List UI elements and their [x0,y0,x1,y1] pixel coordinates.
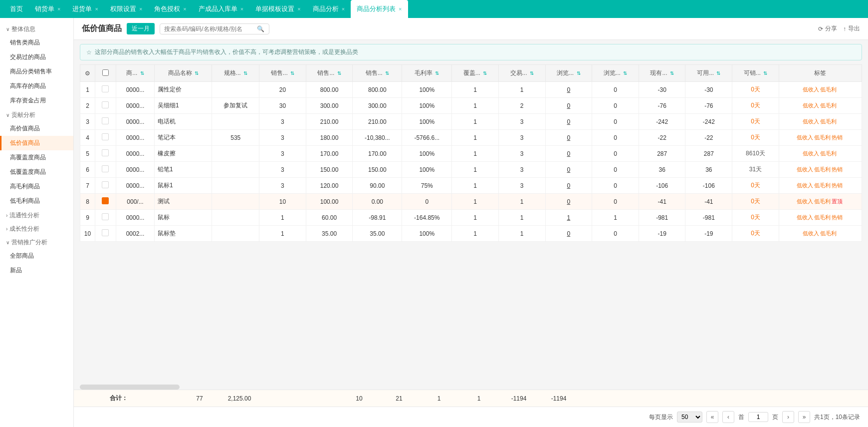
close-icon[interactable]: × [240,6,243,12]
cell-checkbox[interactable] [95,162,116,178]
column-cover[interactable]: 覆盖... ⇅ [452,65,499,82]
nav-home[interactable]: 首页 [4,0,29,18]
cell-checkbox[interactable] [95,114,116,130]
cell-browse1[interactable]: 0 [545,98,592,114]
close-icon[interactable]: × [342,6,345,12]
sidebar-item-low-coverage[interactable]: 低覆盖度商品 [0,165,73,179]
sidebar-item-low-value[interactable]: 低价值商品 [0,136,73,150]
nav-goodsanalysis[interactable]: 商品分析 × [307,0,351,18]
sidebar-item-category-sales[interactable]: 商品分类销售率 [0,64,73,79]
search-input[interactable] [164,25,254,32]
row-checkbox[interactable] [102,117,109,124]
cell-checkbox[interactable] [95,98,116,114]
close-icon[interactable]: × [183,6,186,12]
sidebar-group-circulation[interactable]: › 流通性分析 [0,208,73,222]
cell-browse1[interactable]: 0 [545,162,592,178]
row-checkbox[interactable] [102,197,109,204]
column-browse2[interactable]: 浏览... ⇅ [592,65,639,82]
share-button[interactable]: ⟳ 分享 [818,24,837,33]
cell-browse1[interactable]: 0 [545,178,592,194]
sidebar-item-high-stock[interactable]: 高库存的商品 [0,79,73,93]
cell-checkbox[interactable] [95,178,116,194]
close-icon[interactable]: × [399,6,402,12]
scrollbar-thumb[interactable] [80,385,180,390]
row-checkbox[interactable] [102,85,109,92]
row-checkbox[interactable] [102,181,109,188]
sidebar-item-all-products[interactable]: 全部商品 [0,249,73,263]
nav-permissions[interactable]: 权限设置 × [104,0,148,18]
sidebar-item-sales-products[interactable]: 销售类商品 [0,35,73,50]
nav-productinstock[interactable]: 产成品入库单 × [193,0,249,18]
column-profit[interactable]: 毛利率 ⇅ [402,65,452,82]
cell-checkbox[interactable] [95,226,116,242]
next-page-button[interactable]: › [782,411,794,423]
cell-browse1[interactable]: 0 [545,130,592,146]
sidebar-group-growth[interactable]: › 成长性分析 [0,222,73,235]
close-icon[interactable]: × [297,6,300,12]
cell-browse1[interactable]: 1 [545,210,592,226]
row-checkbox[interactable] [102,101,109,108]
nav-purchaseorder[interactable]: 进货单 × [66,0,104,18]
horizontal-scrollbar[interactable] [80,385,862,390]
cell-browse2: 0 [592,114,639,130]
column-spec[interactable]: 规格... ⇅ [212,65,259,82]
table-row: 4 0000... 笔记本 535 3 180.00 -10,380... -5… [80,130,862,146]
row-checkbox[interactable] [102,133,109,140]
sidebar-item-high-value[interactable]: 高价值商品 [0,121,73,136]
export-button[interactable]: ↑ 导出 [843,24,860,33]
cell-browse1[interactable]: 0 [545,146,592,162]
column-s2[interactable]: 销售... ⇅ [306,65,353,82]
column-s1[interactable]: 销售... ⇅ [259,65,306,82]
column-tags[interactable]: 标签 [779,65,862,82]
cell-spec [212,178,259,194]
cell-checkbox[interactable] [95,130,116,146]
row-checkbox[interactable] [102,165,109,172]
close-icon[interactable]: × [139,6,142,12]
sidebar-item-high-profit[interactable]: 高毛利商品 [0,179,73,194]
column-browse1[interactable]: 浏览... ⇅ [545,65,592,82]
last-page-button[interactable]: » [798,411,810,423]
column-stock2[interactable]: 可用... ⇅ [685,65,732,82]
cell-browse1[interactable]: 0 [545,82,592,98]
cell-browse1[interactable]: 0 [545,114,592,130]
sidebar-item-stock-capital[interactable]: 库存资金占用 [0,93,73,108]
first-page-button[interactable]: « [706,411,718,423]
row-checkbox[interactable] [102,213,109,220]
sidebar-item-traded[interactable]: 交易过的商品 [0,50,73,64]
nav-goodsanalysis-list[interactable]: 商品分析列表 × [351,0,408,18]
row-checkbox[interactable] [102,229,109,236]
cell-browse1[interactable]: 0 [545,194,592,210]
column-trade[interactable]: 交易... ⇅ [498,65,545,82]
column-code[interactable]: 商... ⇅ [116,65,154,82]
column-stock1[interactable]: 现有... ⇅ [639,65,685,82]
column-checkbox[interactable] [95,65,116,82]
select-all-checkbox[interactable] [102,69,109,76]
row-checkbox[interactable] [102,149,109,156]
sidebar-group-contribution[interactable]: ∨ 贡献分析 [0,108,73,121]
column-s3[interactable]: 销售... ⇅ [353,65,402,82]
close-icon[interactable]: × [95,6,98,12]
table-area[interactable]: ⚙ 商... ⇅ 商品名称 ⇅ 规格... ⇅ 销售... ⇅ 销售... ⇅ … [74,64,868,385]
sidebar-group-overall[interactable]: ∨ 整体信息 [0,22,73,35]
cell-browse1[interactable]: 0 [545,226,592,242]
sidebar-item-high-coverage[interactable]: 高覆盖度商品 [0,150,73,165]
sidebar-item-low-profit[interactable]: 低毛利商品 [0,194,73,208]
nav-template[interactable]: 单据模板设置 × [249,0,306,18]
cell-checkbox[interactable] [95,194,116,210]
nav-roleauth[interactable]: 角色授权 × [148,0,192,18]
period-button[interactable]: 近一月 [127,23,155,34]
cell-checkbox[interactable] [95,146,116,162]
prev-page-button[interactable]: ‹ [722,411,734,423]
nav-salesorder[interactable]: 销货单 × [29,0,66,18]
page-number-input[interactable] [748,412,768,422]
search-icon[interactable]: 🔍 [257,25,264,32]
cell-checkbox[interactable] [95,82,116,98]
column-days[interactable]: 可销... ⇅ [732,65,779,82]
per-page-select[interactable]: 50 100 200 [677,412,702,423]
column-settings[interactable]: ⚙ [80,65,95,82]
sidebar-item-new-products[interactable]: 新品 [0,263,73,278]
close-icon[interactable]: × [57,6,60,12]
column-name[interactable]: 商品名称 ⇅ [155,65,212,82]
cell-checkbox[interactable] [95,210,116,226]
sidebar-group-marketing[interactable]: ∨ 营销推广分析 [0,235,73,249]
